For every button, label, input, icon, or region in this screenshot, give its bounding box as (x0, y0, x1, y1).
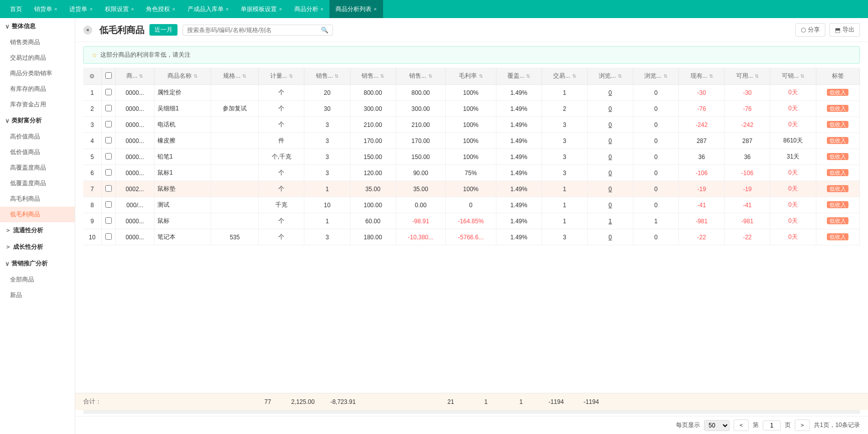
row-select-checkbox[interactable] (105, 201, 112, 208)
th-coverage[interactable]: 覆盖... ⇅ (496, 68, 542, 85)
sidebar-item-high-value[interactable]: 高价值商品 (0, 129, 75, 144)
sidebar-collapse-btn[interactable]: « (83, 26, 92, 35)
row-select-checkbox[interactable] (105, 233, 112, 240)
th-sales-qty[interactable]: 销售... ⇅ (304, 68, 350, 85)
row-browse1[interactable]: 0 (587, 197, 633, 213)
row-select-checkbox[interactable] (105, 89, 112, 95)
th-gross-margin[interactable]: 毛利率 ⇅ (446, 68, 496, 85)
row-browse1[interactable]: 0 (587, 165, 633, 181)
export-button[interactable]: ⬒ 导出 (829, 23, 860, 37)
close-icon[interactable]: × (54, 6, 57, 12)
nav-item-template[interactable]: 单据模板设置 × (235, 0, 288, 18)
nav-item-product-inbound[interactable]: 产成品入库单 × (182, 0, 235, 18)
row-browse1[interactable]: 0 (587, 117, 633, 133)
row-browse1[interactable]: 0 (587, 133, 633, 149)
th-name[interactable]: 商品名称 ⇅ (154, 68, 211, 85)
prev-page-button[interactable]: ＜ (734, 419, 749, 431)
close-icon[interactable]: × (172, 6, 175, 12)
close-icon[interactable]: × (374, 6, 377, 12)
sidebar-group-marketing[interactable]: ∨ 营销推广分析 (0, 255, 75, 272)
sidebar-group-overall[interactable]: ∨ 整体信息 (0, 18, 75, 35)
sort-icon: ⇅ (663, 73, 667, 79)
search-icon[interactable]: 🔍 (321, 27, 328, 34)
th-sales-price[interactable]: 销售... ⇅ (350, 68, 396, 85)
row-checkbox[interactable] (101, 85, 115, 101)
row-checkbox[interactable] (101, 213, 115, 229)
sidebar-group-growth[interactable]: ＞ 成长性分析 (0, 239, 75, 255)
nav-item-home[interactable]: 首页 (4, 0, 28, 18)
page-number-input[interactable] (763, 420, 781, 430)
table-container[interactable]: ⚙ 商... ⇅ 商品名称 ⇅ 规格... ⇅ 计量... ⇅ 销售... ⇅ … (75, 68, 868, 393)
row-checkbox[interactable] (101, 101, 115, 117)
row-select-checkbox[interactable] (105, 105, 112, 111)
sidebar-item-high-margin[interactable]: 高毛利商品 (0, 191, 75, 207)
th-spec[interactable]: 规格... ⇅ (211, 68, 259, 85)
row-browse1[interactable]: 0 (587, 229, 633, 245)
th-unit[interactable]: 计量... ⇅ (259, 68, 304, 85)
row-select-checkbox[interactable] (105, 185, 112, 192)
row-select-checkbox[interactable] (105, 217, 112, 224)
row-select-checkbox[interactable] (105, 121, 112, 127)
sidebar-item-low-margin[interactable]: 低毛利商品 (0, 207, 75, 222)
nav-item-sales[interactable]: 销货单 × (28, 0, 63, 18)
close-icon[interactable]: × (131, 6, 134, 12)
page-size-select[interactable]: 50 100 200 (704, 420, 730, 431)
sidebar-item-inventory-goods[interactable]: 有库存的商品 (0, 81, 75, 97)
next-page-button[interactable]: ＞ (795, 419, 810, 431)
nav-item-role[interactable]: 角色授权 × (140, 0, 181, 18)
nav-item-purchase[interactable]: 进货单 × (63, 0, 98, 18)
sidebar-group-liquidity[interactable]: ＞ 流通性分析 (0, 222, 75, 239)
row-tag: 低收入 (816, 165, 859, 181)
row-unit: 个 (259, 85, 304, 101)
row-checkbox[interactable] (101, 117, 115, 133)
th-settings[interactable]: ⚙ (83, 68, 101, 85)
th-current[interactable]: 现有... ⇅ (679, 68, 725, 85)
row-select-checkbox[interactable] (105, 153, 112, 160)
row-checkbox[interactable] (101, 165, 115, 181)
select-all-checkbox[interactable] (105, 72, 112, 79)
sidebar-item-low-value[interactable]: 低价值商品 (0, 144, 75, 160)
close-icon[interactable]: × (226, 6, 229, 12)
row-checkbox[interactable] (101, 197, 115, 213)
sidebar-item-traded-goods[interactable]: 交易过的商品 (0, 50, 75, 66)
sidebar-group-wealth[interactable]: ∨ 类财富分析 (0, 112, 75, 129)
nav-item-permission[interactable]: 权限设置 × (99, 0, 140, 18)
row-checkbox[interactable] (101, 229, 115, 245)
row-browse1[interactable]: 0 (587, 181, 633, 197)
nav-item-goods-list[interactable]: 商品分析列表 × (329, 0, 383, 18)
sidebar-item-capital[interactable]: 库存资金占用 (0, 97, 75, 112)
th-checkbox[interactable] (101, 68, 115, 85)
row-browse1[interactable]: 1 (587, 213, 633, 229)
row-select-checkbox[interactable] (105, 137, 112, 143)
th-code[interactable]: 商... ⇅ (115, 68, 154, 85)
sidebar-item-sales-goods[interactable]: 销售类商品 (0, 35, 75, 50)
close-icon[interactable]: × (320, 6, 323, 12)
bottom-scrollbar[interactable] (83, 410, 860, 414)
th-sales-amount[interactable]: 销售... ⇅ (396, 68, 445, 85)
row-checkbox[interactable] (101, 149, 115, 165)
sidebar-item-low-coverage[interactable]: 低覆盖度商品 (0, 176, 75, 191)
th-available[interactable]: 可用... ⇅ (725, 68, 770, 85)
th-browse2[interactable]: 浏览... ⇅ (633, 68, 679, 85)
row-checkbox[interactable] (101, 181, 115, 197)
sidebar-item-new-goods[interactable]: 新品 (0, 287, 75, 303)
th-tag[interactable]: 标签 (816, 68, 859, 85)
sidebar-item-category-rate[interactable]: 商品分类助销率 (0, 66, 75, 81)
sidebar-item-high-coverage[interactable]: 高覆盖度商品 (0, 160, 75, 176)
close-icon[interactable]: × (89, 6, 92, 12)
row-browse1[interactable]: 0 (587, 149, 633, 165)
row-checkbox[interactable] (101, 133, 115, 149)
row-browse1[interactable]: 0 (587, 101, 633, 117)
nav-item-goods-analysis[interactable]: 商品分析 × (288, 0, 329, 18)
search-input[interactable] (187, 27, 321, 34)
share-button[interactable]: ⬡ 分享 (795, 23, 825, 37)
th-transaction[interactable]: 交易... ⇅ (542, 68, 587, 85)
row-select-checkbox[interactable] (105, 169, 112, 176)
th-browse1[interactable]: 浏览... ⇅ (587, 68, 633, 85)
close-icon[interactable]: × (279, 6, 282, 12)
row-browse1[interactable]: 0 (587, 85, 633, 101)
row-tag: 低收入 (816, 117, 859, 133)
sidebar-item-all-goods[interactable]: 全部商品 (0, 272, 75, 287)
th-saleable[interactable]: 可销... ⇅ (770, 68, 816, 85)
date-filter-button[interactable]: 近一月 (149, 24, 178, 36)
